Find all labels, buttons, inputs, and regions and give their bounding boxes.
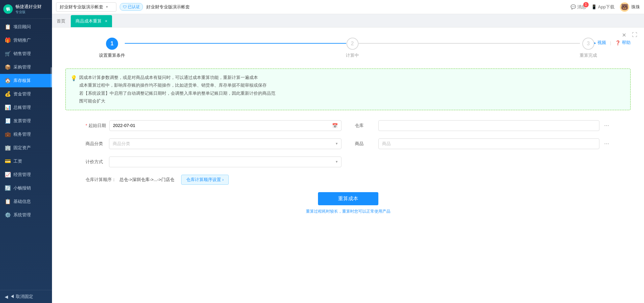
info-icon: 💡 <box>70 74 77 83</box>
goods-more-btn[interactable]: ··· <box>603 140 610 147</box>
verified-badge: 🛡 已认证 <box>120 3 143 11</box>
sidebar-item-salary[interactable]: 💳 工资 <box>0 155 52 168</box>
field-pricing: 计价方式 ▾ <box>86 157 341 167</box>
step-connector-2 <box>359 43 580 44</box>
pricing-chevron-icon: ▾ <box>336 160 338 164</box>
tab-close-icon[interactable]: × <box>105 19 107 24</box>
recalc-note: 重算过程耗时较长，重算时您可以正常使用产品 <box>65 209 631 214</box>
sidebar-item-sales[interactable]: 🛒 销售管理 <box>0 47 52 60</box>
step-2: 2 计算中 <box>346 38 359 58</box>
field-warehouse: 仓库 ··· <box>355 120 611 131</box>
finance-icon: 💰 <box>5 91 11 97</box>
sidebar-item-invoice[interactable]: 🧾 发票管理 <box>0 114 52 128</box>
step-connector-1 <box>125 43 346 44</box>
message-icon: 💬 <box>571 4 576 9</box>
category-chevron-icon: ▾ <box>336 141 338 146</box>
calendar-icon[interactable]: 📅 <box>332 123 338 128</box>
warehouse-more-btn[interactable]: ··· <box>603 122 610 129</box>
step-1-circle: 1 <box>106 38 118 50</box>
inventory-icon: 🏠 <box>5 78 11 84</box>
goods-select[interactable]: 商品 <box>378 138 599 149</box>
messages-button[interactable]: 💬 消息 1 <box>571 4 586 10</box>
help-button[interactable]: ❓ 帮助 <box>615 40 631 46</box>
topbar-right: 💬 消息 1 📱 App下载 🐻 珠珠 <box>571 2 640 12</box>
form-row-1: 起始日期 📅 仓库 ··· <box>86 120 610 131</box>
start-date-input-wrap: 📅 <box>109 120 341 131</box>
sidebar-item-purchase[interactable]: 📦 采购管理 <box>0 60 52 74</box>
step-3-circle: 3 <box>582 38 594 50</box>
steps-help: ▶ 视频 | ❓ 帮助 <box>593 40 631 46</box>
ledger-icon: 📊 <box>5 104 11 111</box>
field-goods: 商品 商品 ··· <box>355 138 611 149</box>
project-icon: 📋 <box>5 24 11 30</box>
expense-icon: 🔄 <box>5 185 11 191</box>
content-area: ✕ ⛶ 1 设置重算条件 2 计算中 <box>52 28 644 303</box>
system-icon: ⚙️ <box>5 212 11 218</box>
unpin-icon: ◀ <box>5 294 8 299</box>
salary-icon: 💳 <box>5 158 11 164</box>
start-date-input[interactable] <box>113 123 331 128</box>
phone-icon: 📱 <box>591 4 597 9</box>
invoice-icon: 🧾 <box>5 118 11 124</box>
sidebar-item-project[interactable]: 📋 项目顾问 <box>0 20 52 34</box>
tabs-bar: 首页 商品成本重算 × <box>52 14 644 28</box>
chevron-right-icon: › <box>222 177 224 182</box>
sidebar-item-system[interactable]: ⚙️ 系统管理 <box>0 208 52 222</box>
info-box-content: 因成本计算参数调整，或是对商品成本有疑问时，可以通过成本重算功能，重新计算一遍成… <box>71 74 625 105</box>
info-box: 💡 因成本计算参数调整，或是对商品成本有疑问时，可以通过成本重算功能，重新计算一… <box>65 69 631 110</box>
field-start-date: 起始日期 📅 <box>86 120 341 131</box>
sidebar-unpin-button[interactable]: ◀ ◀ 取消固定 <box>0 290 52 303</box>
recalc-cost-button[interactable]: 重算成本 <box>318 192 378 205</box>
account-chevron-icon: ▾ <box>106 5 108 9</box>
tab-cost-recalc[interactable]: 商品成本重算 × <box>71 15 112 27</box>
main-area: 好业财专业版演示帐套 ▾ 🛡 已认证 好业财专业版演示帐套 💬 消息 1 📱 A… <box>52 0 644 303</box>
shield-icon: 🛡 <box>123 5 127 9</box>
sidebar-item-operations[interactable]: 📈 经营管理 <box>0 168 52 181</box>
topbar: 好业财专业版演示帐套 ▾ 🛡 已认证 好业财专业版演示帐套 💬 消息 1 📱 A… <box>52 0 644 14</box>
step-1: 1 设置重算条件 <box>99 38 125 58</box>
warehouse-order-settings-button[interactable]: 仓库计算顺序设置 › <box>181 175 229 185</box>
marketing-icon: 🎁 <box>5 37 11 43</box>
form-row-3: 计价方式 ▾ <box>86 157 610 167</box>
warehouse-order-row: 仓库计算顺序： 总仓->深圳仓库->...->门店仓 仓库计算顺序设置 › <box>86 175 610 185</box>
form-row-2: 商品分类 商品分类 ▾ 商品 商品 ··· <box>86 138 610 149</box>
basic-icon: 📋 <box>5 199 11 205</box>
app-download-button[interactable]: 📱 App下载 <box>591 4 614 10</box>
sidebar-logo: 畅 畅捷通好业财 专业版 <box>0 0 52 19</box>
expand-window-button[interactable]: ⛶ <box>631 31 639 39</box>
sidebar-item-tax[interactable]: 💼 税务管理 <box>0 128 52 141</box>
steps-container: 1 设置重算条件 2 计算中 3 重算完成 <box>65 38 631 58</box>
sidebar: 畅 畅捷通好业财 专业版 📋 项目顾问 🎁 营销推广 🛒 销售管理 📦 采购管理… <box>0 0 52 303</box>
sidebar-item-basic[interactable]: 📋 基础信息 <box>0 195 52 208</box>
sidebar-item-inventory[interactable]: 🏠 库存核算 <box>0 74 52 87</box>
tab-home[interactable]: 首页 <box>52 15 70 27</box>
sales-icon: 🛒 <box>5 51 11 57</box>
category-select[interactable]: 商品分类 ▾ <box>109 138 341 149</box>
question-icon: ❓ <box>615 40 621 45</box>
logo-icon: 畅 <box>3 4 13 14</box>
purchase-icon: 📦 <box>5 64 11 70</box>
step-2-circle: 2 <box>346 38 359 50</box>
operations-icon: 📈 <box>5 172 11 178</box>
sidebar-item-ledger[interactable]: 📊 总账管理 <box>0 101 52 114</box>
sidebar-item-marketing[interactable]: 🎁 营销推广 <box>0 34 52 47</box>
content-inner: 1 设置重算条件 2 计算中 3 重算完成 <box>52 28 644 224</box>
sidebar-nav: 📋 项目顾问 🎁 营销推广 🛒 销售管理 📦 采购管理 🏠 库存核算 💰 资金管… <box>0 19 52 290</box>
tax-icon: 💼 <box>5 131 11 137</box>
logo-text: 畅捷通好业财 专业版 <box>15 4 42 14</box>
field-category: 商品分类 商品分类 ▾ <box>86 138 341 149</box>
account-selector[interactable]: 好业财专业版演示帐套 ▾ <box>56 2 116 12</box>
sidebar-item-assets[interactable]: 🏢 固定资产 <box>0 141 52 155</box>
form-section: 起始日期 📅 仓库 ··· <box>65 120 631 185</box>
sidebar-item-expense[interactable]: 🔄 小畅报销 <box>0 181 52 195</box>
step-3: 3 重算完成 <box>580 38 597 58</box>
assets-icon: 🏢 <box>5 145 11 151</box>
pricing-select[interactable]: ▾ <box>109 157 341 167</box>
user-profile[interactable]: 🐻 珠珠 <box>620 2 640 12</box>
warehouse-select[interactable] <box>378 120 599 131</box>
sidebar-item-finance[interactable]: 💰 资金管理 <box>0 87 52 101</box>
avatar: 🐻 <box>620 2 629 12</box>
